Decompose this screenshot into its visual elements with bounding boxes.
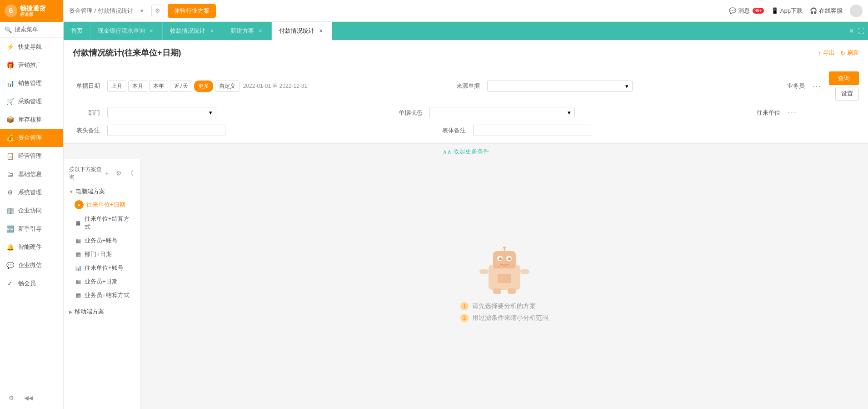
date-btn-this-year[interactable]: 本年 [149, 81, 168, 92]
tab-receipt-close[interactable]: × [208, 27, 215, 35]
main-area: 资金管理 / 付款情况统计 ▾ ⚙ 体验行业方案 💬 消息 99+ 📱 App下… [64, 0, 868, 409]
member-label: 畅会员 [18, 279, 36, 288]
scheme-active-dot: ● [75, 200, 84, 209]
sidebar-item-operation[interactable]: 📋 经营管理 [0, 147, 63, 165]
online-service-btn[interactable]: 🎧 在线客服 [810, 7, 843, 15]
smart-label: 智能硬件 [18, 243, 42, 251]
tab-payment-close[interactable]: × [317, 27, 324, 35]
tab-receipt-label: 收款情况统计 [170, 27, 205, 35]
date-btn-this-month[interactable]: 本月 [128, 81, 147, 92]
tab-bar-actions: ✕ ⛶ [845, 22, 868, 40]
member-icon: ✓ [5, 279, 15, 288]
scheme-table-icon-3: ▦ [75, 251, 82, 258]
tab-receipt[interactable]: 收款情况统计 × [163, 22, 223, 40]
svg-rect-11 [508, 288, 516, 294]
sidebar-item-inventory[interactable]: 📦 库存核算 [0, 111, 63, 129]
message-btn[interactable]: 💬 消息 99+ [729, 7, 764, 15]
tab-home[interactable]: 首页 [64, 22, 90, 40]
salesman-picker[interactable]: ··· [812, 81, 822, 91]
scheme-item-dept-date[interactable]: ▦ 部门+日期 [64, 247, 140, 261]
scheme-salesman-account-label: 业务员+账号 [85, 237, 118, 245]
app-logo: 6 畅捷通货 标准版 [0, 0, 63, 22]
close-tab-btn[interactable]: ✕ [849, 27, 854, 35]
main-content-area: 1 请先选择要分析的方案 2 用过滤条件来缩小分析范围 [141, 159, 868, 409]
breadcrumb-dropdown-btn[interactable]: ▾ [137, 5, 148, 16]
tab-bank-close[interactable]: × [148, 27, 155, 35]
sidebar-item-member[interactable]: ✓ 畅会员 [0, 274, 63, 293]
mobile-scheme-group: ▶ 移动端方案 [64, 304, 140, 319]
sales-label: 销售管理 [18, 79, 42, 87]
tab-bank[interactable]: 现金银行流水查询 × [90, 22, 163, 40]
table-header-note-input[interactable] [107, 125, 225, 136]
source-select[interactable]: ▾ [487, 81, 633, 92]
scheme-item-salesman-account[interactable]: ▦ 业务员+账号 [64, 234, 140, 247]
date-range-text: 2022-01-01 至 2022-12-31 [243, 82, 307, 90]
dept-label: 部门 [73, 109, 100, 117]
svg-rect-12 [498, 274, 511, 283]
query-btn[interactable]: 查询 [829, 71, 859, 85]
search-menu-item[interactable]: 🔍 搜索菜单 [0, 22, 63, 38]
scheme-salesman-date-label: 业务员+日期 [85, 278, 118, 286]
sidebar-item-enterprise[interactable]: 🏢 企业协同 [0, 202, 63, 220]
scheme-settings-btn[interactable]: ⚙ [114, 169, 123, 178]
refresh-btn[interactable]: ↻ 刷新 [840, 49, 859, 57]
group-expand-icon: ▼ [69, 189, 74, 194]
filter-panel: 单据日期 上月 本月 本年 近7天 更多 自定义 2022-01-01 至 20… [64, 64, 868, 144]
scheme-item-salesman-settlement[interactable]: ▦ 业务员+结算方式 [64, 288, 140, 302]
message-badge: 99+ [753, 8, 764, 14]
svg-point-5 [508, 258, 511, 260]
svg-point-7 [503, 247, 506, 249]
sidebar-item-guide[interactable]: 🆕 新手引导 [0, 220, 63, 238]
finance-icon: 💰 [5, 133, 15, 142]
user-avatar[interactable] [850, 5, 863, 17]
sidebar-item-quick-nav[interactable]: ⚡ 快捷导航 [0, 38, 63, 56]
collapse-scheme-btn[interactable]: 《 [126, 169, 135, 178]
sidebar-item-purchase[interactable]: 🛒 采购管理 [0, 92, 63, 111]
settings-bottom-btn[interactable]: ⚙ [5, 391, 18, 404]
basic-label: 基础信息 [18, 170, 42, 178]
date-btn-last-month[interactable]: 上月 [107, 81, 126, 92]
desktop-group-header[interactable]: ▼ 电脑端方案 [64, 186, 140, 197]
online-service-label: 在线客服 [819, 7, 843, 15]
sidebar-item-smart[interactable]: 🔔 智能硬件 [0, 238, 63, 256]
maximize-tab-btn[interactable]: ⛶ [858, 27, 864, 35]
page-header: 付款情况统计(往来单位+日期) ↑ 导出 ↻ 刷新 [64, 40, 868, 64]
purchase-label: 采购管理 [18, 97, 42, 106]
date-btn-custom[interactable]: 自定义 [215, 81, 239, 92]
scheme-item-counterpart-settlement[interactable]: ▦ 往来单位+结算方式 [64, 212, 140, 234]
download-icon: 📱 [771, 7, 778, 14]
sidebar-item-basic[interactable]: 🗂 基础信息 [0, 165, 63, 183]
tab-new-plan[interactable]: 新建方案 × [223, 22, 272, 40]
sidebar-item-wechat[interactable]: 💬 企业微信 [0, 256, 63, 274]
scheme-item-counterpart-date[interactable]: ● 往来单位+日期 [64, 197, 140, 212]
refresh-icon: ↻ [840, 50, 845, 56]
settings-small-btn[interactable]: 设置 [835, 87, 859, 101]
date-label: 单据日期 [73, 82, 100, 90]
table-body-note-input[interactable] [473, 125, 591, 136]
refresh-label: 刷新 [847, 49, 859, 57]
trial-btn[interactable]: 体验行业方案 [168, 4, 216, 18]
app-download-btn[interactable]: 📱 App下载 [771, 7, 803, 15]
header-settings-btn[interactable]: ⚙ [151, 5, 164, 17]
collapse-sidebar-btn[interactable]: ◀◀ [22, 391, 35, 404]
date-buttons: 上月 本月 本年 近7天 更多 自定义 2022-01-01 至 2022-12… [107, 81, 307, 92]
doc-status-select[interactable]: ▾ [429, 107, 575, 118]
mobile-group-header[interactable]: ▶ 移动端方案 [64, 306, 140, 318]
sidebar-item-system[interactable]: ⚙ 系统管理 [0, 183, 63, 202]
scheme-chart-icon: 📊 [75, 264, 82, 272]
scheme-item-salesman-date[interactable]: ▦ 业务员+日期 [64, 275, 140, 288]
export-btn[interactable]: ↑ 导出 [818, 49, 835, 57]
collapse-bar[interactable]: ∧∧ 收起更多条件 [64, 144, 868, 159]
dept-select[interactable]: ▾ [107, 107, 216, 118]
scheme-item-counterpart-account[interactable]: 📊 往来单位+账号 [64, 261, 140, 275]
sidebar-item-sales[interactable]: 📊 销售管理 [0, 74, 63, 92]
date-btn-7days[interactable]: 近7天 [170, 81, 192, 92]
sidebar-item-finance[interactable]: 💰 资金管理 [0, 129, 63, 147]
date-btn-more[interactable]: 更多 [194, 81, 213, 92]
add-scheme-btn[interactable]: ＋ [102, 169, 111, 178]
sidebar-item-marketing[interactable]: 🎁 营销推广 [0, 56, 63, 74]
tab-payment[interactable]: 付款情况统计 × [272, 22, 332, 40]
tab-new-plan-close[interactable]: × [257, 27, 264, 35]
content-area: 付款情况统计(往来单位+日期) ↑ 导出 ↻ 刷新 单据日期 上月 本月 [64, 40, 868, 409]
counterpart-picker[interactable]: ··· [788, 108, 797, 117]
